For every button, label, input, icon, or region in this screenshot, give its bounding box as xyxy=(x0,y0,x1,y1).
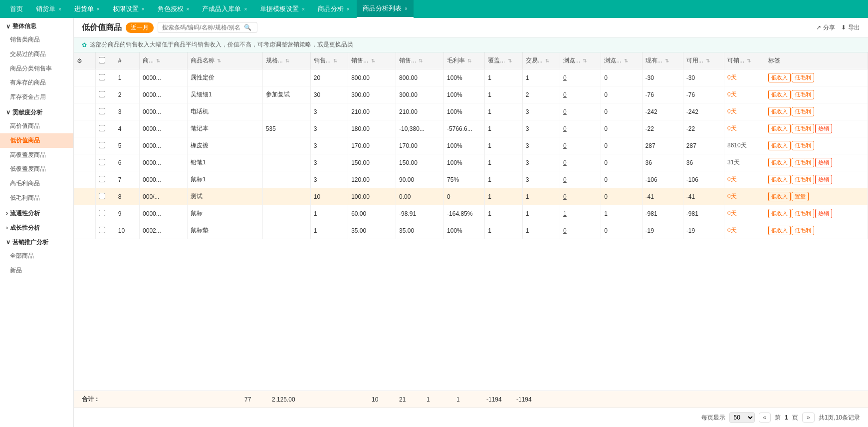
nav-close-product-in[interactable]: × xyxy=(244,6,247,12)
td-check[interactable] xyxy=(96,222,115,239)
search-icon[interactable]: 🔍 xyxy=(244,24,251,31)
sidebar-item-sales-goods[interactable]: 销售类商品 xyxy=(0,32,73,47)
td-browse1[interactable]: 0 xyxy=(560,222,601,239)
td-browse1[interactable]: 0 xyxy=(560,137,601,154)
nav-close-template[interactable]: × xyxy=(302,6,305,12)
row-checkbox[interactable] xyxy=(99,91,105,97)
nav-product-in[interactable]: 产成品入库单 × xyxy=(196,0,253,18)
sidebar-item-new-goods[interactable]: 新品 xyxy=(0,263,73,278)
sidebar-item-all-goods[interactable]: 全部商品 xyxy=(0,249,73,263)
sidebar-group-marketing[interactable]: ∨ 营销推广分析 xyxy=(0,234,73,249)
th-settings[interactable]: ⚙ xyxy=(74,52,96,69)
browse-link[interactable]: 0 xyxy=(563,74,567,81)
sidebar-item-low-coverage[interactable]: 低覆盖度商品 xyxy=(0,162,73,176)
nav-role-auth[interactable]: 角色授权 × xyxy=(152,0,196,18)
th-spec[interactable]: 规格... ⇅ xyxy=(262,52,310,69)
td-check[interactable] xyxy=(96,205,115,222)
browse-link[interactable]: 1 xyxy=(563,210,567,217)
td-check[interactable] xyxy=(96,103,115,120)
search-box[interactable]: 🔍 xyxy=(158,22,257,33)
td-check[interactable] xyxy=(96,171,115,188)
export-button[interactable]: ⬇ 导出 xyxy=(841,23,860,32)
td-check[interactable] xyxy=(96,154,115,171)
filter-period-button[interactable]: 近一月 xyxy=(126,22,154,33)
td-browse1[interactable]: 0 xyxy=(560,154,601,171)
th-sale-qty[interactable]: 销售... ⇅ xyxy=(310,52,348,69)
nav-close-goods[interactable]: × xyxy=(347,6,350,12)
td-check[interactable] xyxy=(96,188,115,205)
sidebar-item-high-coverage[interactable]: 高覆盖度商品 xyxy=(0,148,73,162)
nav-close-purchase[interactable]: × xyxy=(97,6,100,12)
sidebar-item-high-profit[interactable]: 高毛利商品 xyxy=(0,176,73,191)
nav-sales-order[interactable]: 销货单 × xyxy=(30,0,67,18)
search-input[interactable] xyxy=(162,24,242,31)
sidebar-group-circulation[interactable]: › 流通性分析 xyxy=(0,205,73,220)
nav-close-permissions[interactable]: × xyxy=(142,6,145,12)
nav-template[interactable]: 单据模板设置 × xyxy=(254,0,311,18)
td-browse1[interactable]: 0 xyxy=(560,120,601,137)
td-browse1[interactable]: 0 xyxy=(560,69,601,86)
th-name[interactable]: 商品名称 ⇅ xyxy=(188,52,263,69)
td-browse1[interactable]: 0 xyxy=(560,86,601,103)
browse-link[interactable]: 0 xyxy=(563,193,567,200)
th-check[interactable] xyxy=(96,52,115,69)
browse-link[interactable]: 0 xyxy=(563,91,567,98)
td-browse1[interactable]: 0 xyxy=(560,171,601,188)
browse-link[interactable]: 0 xyxy=(563,125,567,132)
row-checkbox[interactable] xyxy=(99,210,105,216)
th-sale-amt[interactable]: 销售... ⇅ xyxy=(348,52,396,69)
nav-permissions[interactable]: 权限设置 × xyxy=(107,0,151,18)
th-sale-avg[interactable]: 销售... ⇅ xyxy=(396,52,444,69)
sidebar-item-category-rate[interactable]: 商品分类销售率 xyxy=(0,61,73,76)
nav-home[interactable]: 首页 xyxy=(4,0,29,18)
row-checkbox[interactable] xyxy=(99,142,105,148)
th-browse1[interactable]: 浏览... ⇅ xyxy=(560,52,601,69)
browse-link[interactable]: 0 xyxy=(563,159,567,166)
nav-purchase[interactable]: 进货单 × xyxy=(68,0,106,18)
browse-link[interactable]: 0 xyxy=(563,142,567,149)
th-cover[interactable]: 覆盖... ⇅ xyxy=(485,52,522,69)
sidebar-group-overall[interactable]: ∨ 整体信息 xyxy=(0,18,73,32)
row-checkbox[interactable] xyxy=(99,125,105,131)
td-check[interactable] xyxy=(96,120,115,137)
table-container[interactable]: ⚙ # 商... ⇅ 商品名称 ⇅ 规格... ⇅ 销售... ⇅ 销售... … xyxy=(74,52,868,391)
select-all-checkbox[interactable] xyxy=(99,57,105,63)
row-checkbox[interactable] xyxy=(99,108,105,114)
nav-close-sales[interactable]: × xyxy=(58,6,61,12)
first-page-button[interactable]: « xyxy=(759,413,771,423)
browse-link[interactable]: 0 xyxy=(563,176,567,183)
browse-link[interactable]: 0 xyxy=(563,108,567,115)
row-checkbox[interactable] xyxy=(99,193,105,199)
td-check[interactable] xyxy=(96,86,115,103)
per-page-select[interactable]: 50 100 200 xyxy=(729,412,755,423)
td-check[interactable] xyxy=(96,69,115,86)
th-trade[interactable]: 交易... ⇅ xyxy=(522,52,560,69)
share-button[interactable]: ↗ 分享 xyxy=(816,23,835,32)
sidebar-group-contribution[interactable]: ∨ 贡献度分析 xyxy=(0,104,73,119)
td-browse1[interactable]: 1 xyxy=(560,205,601,222)
td-browse1[interactable]: 0 xyxy=(560,103,601,120)
sidebar-item-high-value[interactable]: 高价值商品 xyxy=(0,119,73,133)
sidebar-group-growth[interactable]: › 成长性分析 xyxy=(0,220,73,234)
sidebar-item-traded-goods[interactable]: 交易过的商品 xyxy=(0,47,73,61)
browse-link[interactable]: 0 xyxy=(563,227,567,234)
row-checkbox[interactable] xyxy=(99,227,105,233)
sidebar-item-low-profit[interactable]: 低毛利商品 xyxy=(0,191,73,205)
sidebar-item-low-value[interactable]: 低价值商品 xyxy=(0,133,73,148)
td-browse1[interactable]: 0 xyxy=(560,188,601,205)
row-checkbox[interactable] xyxy=(99,159,105,165)
th-gross[interactable]: 毛利率 ⇅ xyxy=(444,52,485,69)
th-stock[interactable]: 现有... ⇅ xyxy=(642,52,683,69)
nav-close-list[interactable]: × xyxy=(405,6,408,11)
th-avail[interactable]: 可用... ⇅ xyxy=(683,52,724,69)
next-page-button[interactable]: » xyxy=(802,413,815,423)
nav-goods-analysis[interactable]: 商品分析 × xyxy=(312,0,356,18)
th-code[interactable]: 商... ⇅ xyxy=(140,52,188,69)
sidebar-item-capital[interactable]: 库存资金占用 xyxy=(0,90,73,104)
nav-goods-list[interactable]: 商品分析列表 × xyxy=(357,0,414,18)
nav-close-role[interactable]: × xyxy=(187,6,190,12)
th-saleable[interactable]: 可销... ⇅ xyxy=(724,52,765,69)
row-checkbox[interactable] xyxy=(99,176,105,182)
row-checkbox[interactable] xyxy=(99,74,105,80)
sidebar-item-stock-goods[interactable]: 有库存的商品 xyxy=(0,75,73,90)
